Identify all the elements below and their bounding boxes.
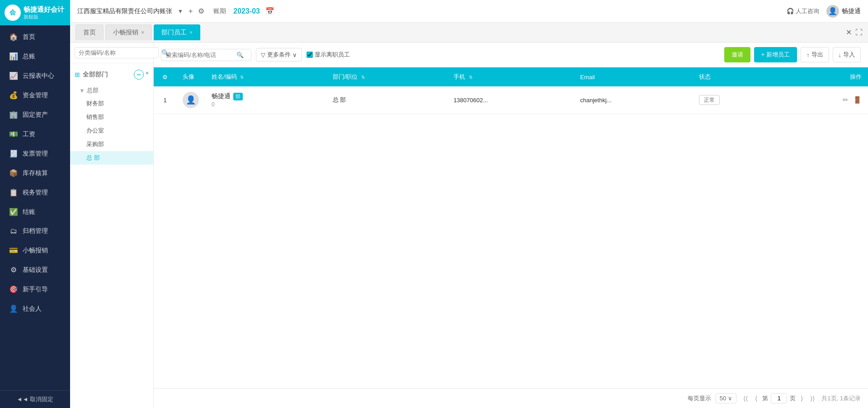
filter-button[interactable]: ▽ 更多条件 ∨	[256, 48, 302, 62]
company-dropdown-btn[interactable]: ▼	[178, 8, 183, 14]
sidebar-item-assets[interactable]: 🏢 固定资产	[0, 105, 70, 124]
settings-icon: ⚙	[9, 266, 18, 274]
new-employee-button[interactable]: + 新增员工	[754, 47, 797, 62]
tab-expense[interactable]: 小畅报销 ×	[105, 24, 152, 40]
sidebar-item-ledger[interactable]: 📊 总账	[0, 47, 70, 66]
calendar-icon[interactable]: 📅	[265, 7, 274, 15]
dept-header-icons: ✏ «	[134, 70, 149, 80]
sidebar-item-label: 资金管理	[23, 91, 48, 100]
last-page-button[interactable]: ⟩⟩	[808, 394, 817, 403]
sidebar-item-label: 工资	[23, 130, 35, 138]
dept-item-finance[interactable]: 财务部	[70, 97, 153, 110]
sidebar-item-checkout[interactable]: ✅ 结账	[0, 202, 70, 222]
sidebar-item-expense[interactable]: 💳 小畅报销	[0, 241, 70, 260]
dept-edit-button[interactable]: ✏	[134, 70, 144, 80]
filter-chevron-icon: ∨	[292, 52, 297, 58]
employee-table-container: ⚙ 头像 姓名/编码 ⇅ 部门/职位 ⇅	[154, 67, 868, 388]
top-header-right: 🎧 人工咨询 👤 畅捷通	[787, 5, 861, 18]
per-page-select[interactable]: 50 ∨	[716, 393, 736, 403]
export-button[interactable]: ↑ 导出	[801, 47, 829, 62]
prev-page-button[interactable]: ⟨	[753, 394, 760, 403]
dept-sort-icon: ⇅	[361, 75, 365, 80]
content-area: 🔍 ⊞ 全部部门 ✏ « ▼ 总部	[70, 43, 868, 408]
table-header-row: ⚙ 头像 姓名/编码 ⇅ 部门/职位 ⇅	[154, 67, 868, 86]
col-settings[interactable]: ⚙	[154, 67, 176, 86]
dept-item-label: 采购部	[86, 141, 104, 147]
cancel-pin-button[interactable]: ◄◄ 取消固定	[0, 390, 70, 408]
tab-close-all-button[interactable]: ✕	[846, 28, 852, 37]
sidebar-item-salary[interactable]: 💵 工资	[0, 124, 70, 144]
tab-expand-button[interactable]: ⛶	[855, 28, 863, 37]
tab-dept-close[interactable]: ×	[189, 29, 193, 36]
toolbar: 🔍 ▽ 更多条件 ∨ 显示离职员工 邀请 + 新增员工	[154, 43, 868, 67]
headset-icon: 🎧	[787, 8, 794, 14]
dept-item-general[interactable]: 总 部	[70, 151, 153, 165]
support-button[interactable]: 🎧 人工咨询	[787, 7, 819, 15]
sidebar-item-invoice[interactable]: 🧾 发票管理	[0, 144, 70, 163]
tab-dept-employee[interactable]: 部门员工 ×	[154, 24, 200, 40]
sidebar-item-label: 首页	[23, 33, 35, 41]
row-actions: ✏ 🚪	[783, 86, 868, 114]
sidebar-item-reports[interactable]: 📈 云报表中心	[0, 66, 70, 85]
invite-label: 邀请	[731, 51, 743, 58]
col-dept[interactable]: 部门/职位 ⇅	[326, 67, 448, 86]
app-name: 畅捷通好会计	[24, 5, 64, 14]
invite-button[interactable]: 邀请	[724, 47, 750, 62]
show-resigned-label: 显示离职员工	[315, 51, 350, 59]
main-area: 江西服宝精品有限责任公司内账张 ▼ + ⚙ 账期 2023-03 📅 🎧 人工咨…	[70, 0, 868, 408]
import-button[interactable]: ↓ 导入	[833, 47, 861, 62]
per-page-value: 50	[720, 395, 726, 402]
dept-search-input[interactable]	[75, 47, 159, 58]
sidebar-item-home[interactable]: 🏠 首页	[0, 27, 70, 47]
sidebar-item-guide[interactable]: 🎯 新手引导	[0, 280, 70, 299]
tab-home[interactable]: 首页	[75, 24, 104, 40]
per-page-label: 每页显示	[688, 394, 711, 403]
dept-item-office[interactable]: 办公室	[70, 124, 153, 138]
account-settings-button[interactable]: ⚙	[198, 7, 204, 15]
page-label: 第	[762, 394, 768, 403]
sidebar-item-label: 税务管理	[23, 189, 48, 197]
show-resigned-checkbox-label[interactable]: 显示离职员工	[307, 51, 350, 59]
dept-item-sales[interactable]: 销售部	[70, 110, 153, 124]
sidebar-item-settings[interactable]: ⚙ 基础设置	[0, 260, 70, 280]
search-icon[interactable]: 🔍	[236, 52, 244, 58]
toolbar-right: 邀请 + 新增员工 ↑ 导出 ↓ 导入	[724, 47, 861, 62]
dept-item-label: 财务部	[86, 100, 104, 107]
dept-item-label: 总 部	[86, 154, 100, 161]
sidebar-item-funds[interactable]: 💰 资金管理	[0, 85, 70, 105]
user-info[interactable]: 👤 畅捷通	[826, 5, 861, 18]
tab-expense-label: 小畅报销	[113, 28, 138, 37]
avatar-person-icon: 👤	[186, 95, 196, 105]
avatar-col-label: 头像	[183, 73, 194, 80]
search-input[interactable]	[166, 52, 234, 58]
dept-collapse-button[interactable]: «	[146, 70, 149, 80]
tab-dept-label: 部门员工	[161, 28, 187, 37]
sidebar-item-inventory[interactable]: 📦 库存核算	[0, 163, 70, 183]
guide-icon: 🎯	[9, 285, 18, 294]
sidebar-item-more[interactable]: 👤 社会人	[0, 299, 70, 318]
page-input[interactable]	[771, 393, 787, 403]
export-icon: ↑	[807, 52, 810, 58]
dept-item-procurement[interactable]: 采购部	[70, 138, 153, 151]
show-resigned-checkbox[interactable]	[307, 52, 313, 58]
cancel-pin-label: ◄◄ 取消固定	[17, 395, 53, 403]
first-page-button[interactable]: ⟨⟨	[741, 394, 750, 403]
col-phone[interactable]: 手机 ⇅	[447, 67, 574, 86]
edit-button[interactable]: ✏	[843, 96, 849, 104]
sidebar-item-label: 社会人	[23, 305, 42, 313]
all-departments-label[interactable]: 全部部门	[83, 71, 108, 79]
add-account-button[interactable]: +	[189, 7, 193, 15]
col-actions: 操作	[783, 67, 868, 86]
total-info: 共1页, 1条记录	[821, 394, 861, 403]
col-name[interactable]: 姓名/编码 ⇅	[205, 67, 326, 86]
exit-button[interactable]: 🚪	[853, 96, 862, 104]
col-avatar: 头像	[176, 67, 205, 86]
sidebar-item-archive[interactable]: 🗂 归档管理	[0, 222, 70, 241]
avatar-icon: 👤	[828, 7, 837, 15]
tab-expense-close[interactable]: ×	[141, 29, 144, 36]
dept-group-header-hq[interactable]: ▼ 总部	[70, 84, 153, 97]
sidebar-item-label: 结账	[23, 208, 35, 216]
next-page-button[interactable]: ⟩	[798, 394, 805, 403]
sidebar-item-tax[interactable]: 📋 税务管理	[0, 183, 70, 202]
reports-icon: 📈	[9, 71, 18, 80]
